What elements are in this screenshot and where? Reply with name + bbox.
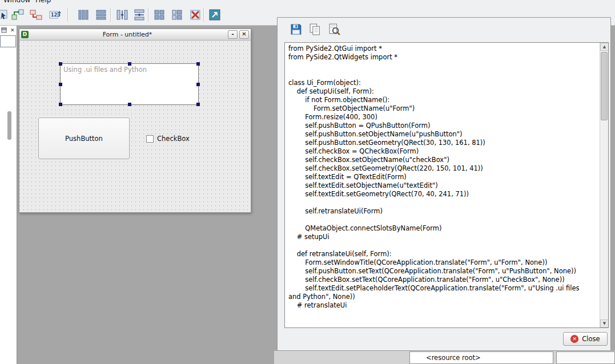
lay-out-horizontally-in-splitter-icon[interactable] xyxy=(115,7,130,22)
resize-handle-top-right[interactable] xyxy=(196,62,200,66)
resize-handle-top-left[interactable] xyxy=(59,62,62,66)
lay-out-in-form-layout-icon[interactable] xyxy=(170,7,184,22)
lay-out-vertically-icon[interactable] xyxy=(94,7,108,22)
resize-handle-top-center[interactable] xyxy=(128,62,131,66)
adjust-size-icon[interactable] xyxy=(207,7,222,22)
resize-handle-bottom-right[interactable] xyxy=(196,103,200,106)
checkbox-label: CheckBox xyxy=(157,135,190,143)
edit-tab-order-icon[interactable]: 123 xyxy=(48,7,63,22)
form-designer-window: D Form - untitled* - ✕ Using .ui files a… xyxy=(19,29,251,213)
toolbar-separator xyxy=(67,8,69,22)
edit-buddies-icon[interactable] xyxy=(29,7,43,22)
panel-scrollbar-thumb[interactable] xyxy=(7,111,11,140)
close-window-button[interactable]: ✕ xyxy=(239,30,249,39)
toolbar-separator xyxy=(110,8,111,22)
break-layout-icon[interactable] xyxy=(188,7,203,22)
form-window-titlebar[interactable]: D Form - untitled* - ✕ xyxy=(19,29,251,41)
scroll-down-icon[interactable]: ▼ xyxy=(600,319,609,327)
widget-box-panel: ✕ xyxy=(0,26,17,364)
resize-handle-bottom-center[interactable] xyxy=(128,103,131,106)
toolbar-separator xyxy=(203,8,204,22)
bottom-side-panel xyxy=(556,351,615,364)
generated-python-code: from PySide2.QtGui import * from PySide2… xyxy=(285,43,600,327)
minimize-button[interactable]: - xyxy=(228,30,238,39)
float-panel-icon[interactable] xyxy=(1,27,7,33)
close-panel-icon[interactable]: ✕ xyxy=(10,27,15,33)
lay-out-horizontally-icon[interactable] xyxy=(76,7,91,22)
resource-root-label: <resource root> xyxy=(426,354,481,362)
pushbutton-widget[interactable]: PushButton xyxy=(38,118,130,159)
find-icon[interactable] xyxy=(327,22,341,37)
widget-filter-input[interactable] xyxy=(0,35,16,47)
code-scrollbar[interactable]: ▲ ▼ xyxy=(600,43,608,327)
scrollbar-thumb[interactable] xyxy=(601,52,608,120)
resize-handle-mid-left[interactable] xyxy=(59,83,62,86)
menu-window[interactable]: Window xyxy=(3,0,30,4)
textedit-widget[interactable]: Using .ui files and Python xyxy=(60,63,199,105)
close-button-label: Close xyxy=(582,335,600,343)
resize-handle-mid-right[interactable] xyxy=(196,83,200,86)
copy-icon[interactable] xyxy=(307,22,322,37)
resize-handle-bottom-left[interactable] xyxy=(59,103,62,106)
edit-signals-slots-icon[interactable] xyxy=(10,7,25,22)
checkbox-indicator[interactable] xyxy=(146,135,154,143)
code-editor[interactable]: from PySide2.QtGui import * from PySide2… xyxy=(284,42,609,328)
resource-browser-root[interactable]: <resource root> xyxy=(409,351,553,364)
form-window-icon: D xyxy=(21,31,29,38)
checkbox-widget[interactable]: CheckBox xyxy=(146,134,190,143)
menu-help[interactable]: Help xyxy=(35,0,51,4)
lay-out-in-grid-icon[interactable] xyxy=(152,7,167,22)
code-preview-dialog: from PySide2.QtGui import * from PySide2… xyxy=(277,17,611,351)
save-icon[interactable] xyxy=(288,22,303,37)
close-icon: ✕ xyxy=(570,335,578,343)
form-window-title: Form - untitled* xyxy=(29,31,226,38)
edit-widgets-icon[interactable] xyxy=(0,7,10,22)
form-canvas[interactable]: Using .ui files and Python PushButton Ch… xyxy=(19,41,251,212)
toolbar-separator xyxy=(148,8,149,22)
svg-text:123: 123 xyxy=(51,13,61,18)
textedit-placeholder: Using .ui files and Python xyxy=(61,64,198,75)
close-button[interactable]: ✕ Close xyxy=(563,332,608,346)
scroll-up-icon[interactable]: ▲ xyxy=(600,43,609,51)
lay-out-vertically-in-splitter-icon[interactable] xyxy=(132,7,147,22)
